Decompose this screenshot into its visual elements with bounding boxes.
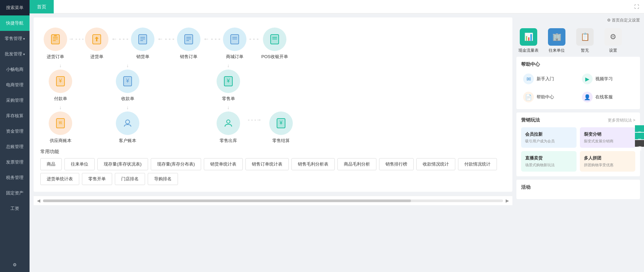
arrow-4: ← - - - [200,36,223,52]
sidebar-item-快捷导航[interactable]: 快捷导航 [0,15,30,31]
marketing-title: 营销玩法 [521,117,540,123]
func-btn-收款情况统计[interactable]: 收款情况统计 [416,158,455,170]
sidebar-item-采购管理[interactable]: 采购管理 [0,93,30,108]
workflow-node-xiaoshou-dingdan[interactable]: 销售订单 [177,28,200,60]
sidebar-settings-btn[interactable]: ⚙ [0,258,30,272]
marketing-item-直播卖货[interactable]: 直播卖货场景式购物新玩法 [521,151,577,172]
tab-home[interactable]: 首页 [30,0,54,13]
svg-text:¥: ¥ [59,78,62,84]
mkt-sub-直播卖货: 场景式购物新玩法 [525,163,572,168]
node-label-jinhuo-dingdan: 进货订单 [47,54,64,60]
sidebar-item-零售管理[interactable]: 零售管理▾ [0,31,30,46]
func-btn-销售订单统计表[interactable]: 销售订单统计表 [245,158,289,170]
workflow-node-lingshou[interactable]: ¥ [217,70,240,93]
workflow-node-fukuan[interactable]: ¥ [49,70,72,93]
marketing-grid: 会员拉新吸引用户成为会员裂变分销裂变式发展分销商直播卖货场景式购物新玩法多人拼团… [521,127,635,172]
workflow-row-3: ↓ 账 供应商账本 ↓ [44,105,502,144]
marketing-more-link[interactable]: 更多营销玩法 > [608,118,635,123]
marketing-item-裂变分销[interactable]: 裂变分销裂变式发展分销商 [580,127,635,148]
chevron-down-icon: ▾ [23,37,25,41]
node-label-jinhuo-dan: 进货单 [90,54,103,60]
quick-icon-现金流量表[interactable]: 📊现金流量表 [516,28,541,53]
sidebar-item-资金管理[interactable]: 资金管理 [0,124,30,139]
sidebar-search[interactable]: 搜索菜单 [0,0,30,15]
workflow-node-gongyingshang[interactable]: 账 [49,111,72,135]
scroll-right-btn[interactable]: ▶ [506,198,509,203]
node-label-xiao-huo: 销货单 [136,54,149,60]
help-item-帮助中心[interactable]: 📄帮助中心 [521,90,577,104]
workflow-node-kehu[interactable] [116,111,139,135]
func-btn-现存量(库存分布表)[interactable]: 现存量(库存分布表) [151,158,201,170]
func-btn-导购排名[interactable]: 导购排名 [148,173,178,185]
workflow-node-lingshoucjiesuan[interactable]: ¥ [269,111,293,135]
sidebar-item-发票管理[interactable]: 发票管理 [0,154,30,170]
func-btn-门店排名[interactable]: 门店排名 [115,173,145,185]
float-btn-客服热线[interactable]: 客服热线 [635,125,644,132]
float-btn-服务社区[interactable]: 服务社区 [635,133,644,139]
help-item-视频学习[interactable]: ▶视频学习 [580,72,635,86]
workflow-node-shoukuan[interactable]: ¥ [116,70,139,93]
quick-nav-header: ⚙ 首页自定义设置 [516,17,640,23]
func-btn-现存量(库存状况表)[interactable]: 现存量(库存状况表) [97,158,148,170]
workflow-node-xiao-huo[interactable]: 销货单 [131,28,154,60]
node-label-xiaoshou-dingdan: 销售订单 [180,54,197,60]
left-panel: 进货订单 → - - - 进货单 ← - - - [30,13,516,272]
mkt-title-多人拼团: 多人拼团 [584,155,631,161]
func-btn-销售毛利分析表[interactable]: 销售毛利分析表 [291,158,335,170]
marketing-item-多人拼团[interactable]: 多人拼团拼团购物享受优惠 [580,151,635,172]
func-btn-付款情况统计[interactable]: 付款情况统计 [458,158,497,170]
sidebar-item-批发管理[interactable]: 批发管理▾ [0,46,30,62]
help-text-帮助中心: 帮助中心 [537,94,554,100]
arrow-lingshou: - - -→ [245,117,264,132]
func-btn-销售排行榜[interactable]: 销售排行榜 [379,158,414,170]
func-btn-销货单统计表[interactable]: 销货单统计表 [204,158,243,170]
float-btn-桌面快捷[interactable]: 桌面快捷 [635,140,644,147]
arrow-down-fukuan: ↓ [59,63,62,68]
node-icon-xiaoshou-dingdan [177,28,200,51]
help-icon-视频学习: ▶ [582,74,593,84]
func-btn-零售开单[interactable]: 零售开单 [82,173,112,185]
workflow-node-lingshouchuku[interactable] [217,111,240,135]
content-area: 进货订单 → - - - 进货单 ← - - - [30,13,644,272]
func-btn-进货单统计表[interactable]: 进货单统计表 [40,173,79,185]
help-item-在线客服[interactable]: 👤在线客服 [580,90,635,104]
topbar-right: ⛶ [633,4,644,9]
scroll-track[interactable] [43,199,503,202]
func-btn-商品[interactable]: 商品 [40,158,62,170]
func-btn-商品毛利分析[interactable]: 商品毛利分析 [337,158,376,170]
fullscreen-button[interactable]: ⛶ [633,2,641,11]
workflow-node-jinhuo-dan[interactable]: 进货单 [85,28,108,60]
sidebar-item-小畅电商[interactable]: 小畅电商 [0,62,30,77]
quick-icon-设置[interactable]: ⚙设置 [601,28,625,53]
workflow-node-shangcheng[interactable]: 商城订单 [223,28,246,60]
sidebar-item-税务管理[interactable]: 税务管理 [0,170,30,185]
activity-card: 活动 [516,180,640,199]
workflow-row-1: 进货订单 → - - - 进货单 ← - - - [44,28,502,60]
node-col-kehu: ↓ 客户账本 [111,105,144,144]
workflow-node-jinhuo-dingdan[interactable]: 进货订单 [44,28,67,60]
arrow-down-lingshoucjiesuan: ↓ [280,105,282,110]
sidebar-item-电商管理[interactable]: 电商管理 [0,77,30,93]
quick-icon-暂无[interactable]: 📋暂无 [573,28,597,53]
node-label-lingshoucjiesuan: 零售结算 [272,138,290,144]
func-btn-往来单位[interactable]: 往来单位 [64,158,95,170]
marketing-item-会员拉新[interactable]: 会员拉新吸引用户成为会员 [521,127,577,148]
sidebar-item-固定资产[interactable]: 固定资产 [0,185,30,201]
svg-text:账: 账 [59,121,62,125]
customize-link[interactable]: ⚙ 首页自定义设置 [607,17,640,23]
node-label-lingshou: 零售单 [222,96,235,102]
svg-point-38 [227,120,230,123]
quick-icon-往来单位[interactable]: 🏢往来单位 [545,28,569,53]
svg-text:¥: ¥ [279,120,282,126]
workflow-node-pos[interactable]: POS收银开单 [261,28,288,60]
help-text-新手入门: 新手入门 [537,76,554,82]
sidebar-item-库存核算[interactable]: 库存核算 [0,108,30,124]
node-label-fukuan: 付款单 [54,96,67,102]
help-item-新手入门[interactable]: ✉新手入门 [521,72,577,86]
scroll-left-btn[interactable]: ◀ [37,198,40,203]
node-icon-jinhuo-dan [85,28,108,51]
sidebar-item-工资[interactable]: 工资 [0,201,30,216]
node-icon-jinhuo-dingdan [44,28,67,51]
mkt-sub-多人拼团: 拼团购物享受优惠 [584,163,631,168]
sidebar-item-总账管理[interactable]: 总账管理 [0,139,30,154]
